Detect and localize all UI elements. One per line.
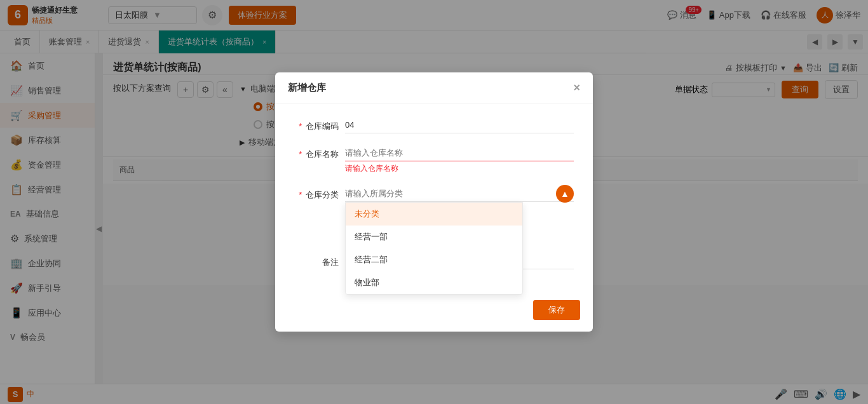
note-label: 备注 [294,253,339,268]
name-label: * 仓库名称 [294,145,339,160]
code-input[interactable] [345,117,574,133]
dialog-footer: 保存 [275,293,593,332]
code-label: * 仓库编码 [294,117,339,132]
form-row-category: * 仓库分类 ▲ 未分类 经营一部 经营二部 物业部 [294,185,574,202]
dialog-header: 新增仓库 × [275,72,593,104]
name-error-message: 请输入仓库名称 [345,163,574,174]
category-required-mark: * [299,190,302,199]
new-warehouse-dialog: 新增仓库 × * 仓库编码 * 仓库名称 [275,72,593,332]
dialog-close-button[interactable]: × [573,81,580,95]
category-dropdown-list: 未分类 经营一部 经营二部 物业部 [345,202,523,295]
form-row-name: * 仓库名称 请输入仓库名称 [294,145,574,174]
dialog-overlay: 新增仓库 × * 仓库编码 * 仓库名称 [0,0,868,404]
dialog-body: * 仓库编码 * 仓库名称 请输入仓库名称 [275,104,593,293]
dropdown-item-uncategorized[interactable]: 未分类 [346,203,522,226]
name-control: 请输入仓库名称 [345,145,574,174]
category-control: ▲ 未分类 经营一部 经营二部 物业部 [345,185,574,202]
dialog-title: 新增仓库 [288,82,326,94]
form-row-code: * 仓库编码 [294,117,574,133]
name-input[interactable] [345,145,574,161]
dropdown-item-dept3[interactable]: 物业部 [346,271,522,294]
code-control [345,117,574,133]
category-label: * 仓库分类 [294,185,339,201]
save-button[interactable]: 保存 [533,300,580,320]
category-input[interactable] [345,185,574,202]
dropdown-item-dept2[interactable]: 经营二部 [346,248,522,271]
category-dropdown-toggle[interactable]: ▲ [556,185,574,203]
code-required-mark: * [299,121,302,131]
dropdown-item-dept1[interactable]: 经营一部 [346,226,522,248]
name-required-mark: * [299,149,302,159]
category-select-wrap: ▲ [345,185,574,202]
